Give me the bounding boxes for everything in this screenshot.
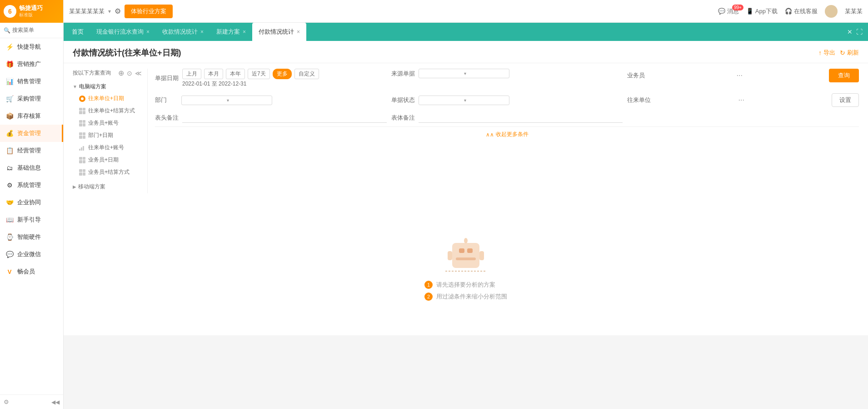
sidebar-header: 6 畅捷通巧 标准版 [0, 0, 63, 23]
tab-payment[interactable]: 付款情况统计 × [252, 23, 306, 41]
marketing-icon: 🎁 [5, 60, 14, 68]
sidebar-item-hardware[interactable]: ⌚ 智能硬件 [0, 228, 63, 246]
staff-dots[interactable]: ··· [734, 71, 744, 80]
topbar-gear-icon[interactable]: ⚙ [115, 7, 121, 15]
tab-new-scheme[interactable]: 新建方案 × [210, 23, 252, 41]
body-note-input[interactable] [419, 112, 623, 123]
system-icon: ⚙ [5, 181, 14, 189]
dept-select[interactable]: ▾ [181, 96, 272, 105]
scheme-mobile-label: 移动端方案 [78, 183, 105, 191]
svg-point-6 [464, 238, 468, 243]
scheme-collapse-icon[interactable]: ≪ [135, 70, 142, 77]
scheme-item-label: 业务员+日期 [88, 156, 119, 164]
search-label: 搜索菜单 [12, 26, 34, 34]
tab-receipt[interactable]: 收款情况统计 × [156, 23, 210, 41]
sidebar-item-basic[interactable]: 🗂 基础信息 [0, 159, 63, 177]
date-btn-this-month[interactable]: 本月 [204, 69, 223, 79]
sidebar-item-purchase[interactable]: 🛒 采购管理 [0, 90, 63, 107]
sidebar-item-guide[interactable]: 📖 新手引导 [0, 211, 63, 228]
tab-home[interactable]: 首页 [65, 23, 90, 41]
sidebar-item-label: 系统管理 [17, 181, 41, 189]
tab-payment-close-icon[interactable]: × [297, 29, 300, 35]
tab-receipt-label: 收款情况统计 [162, 28, 198, 36]
trial-button[interactable]: 体验行业方案 [125, 5, 173, 18]
sidebar-item-finance[interactable]: 💰 资金管理 [0, 125, 63, 142]
service-icon: 🎧 [785, 8, 792, 15]
sidebar-item-label: 销售管理 [17, 77, 41, 86]
scheme-item-label: 部门+日期 [88, 131, 113, 139]
sidebar-item-marketing[interactable]: 🎁 营销推广 [0, 56, 63, 73]
refresh-label: 刷新 [847, 49, 859, 57]
query-button[interactable]: 查询 [829, 69, 859, 82]
source-doc-select[interactable]: ▾ [419, 69, 509, 78]
scheme-settings-icon[interactable]: ⊙ [127, 70, 132, 77]
sidebar-item-ops[interactable]: 📋 经营管理 [0, 142, 63, 159]
hint-text-2: 用过滤条件来缩小分析范围 [436, 293, 507, 301]
sidebar-item-sales[interactable]: 📊 销售管理 [0, 73, 63, 90]
scheme-item-staff-account[interactable]: 业务员+账号 [76, 117, 142, 129]
source-doc-arrow-icon: ▾ [464, 71, 505, 76]
company-chevron-icon[interactable]: ▾ [108, 8, 111, 15]
sidebar-item-inventory[interactable]: 📦 库存核算 [0, 107, 63, 125]
app-download-button[interactable]: 📱 App下载 [746, 7, 778, 15]
scheme-item-dept-date[interactable]: 部门+日期 [76, 129, 142, 141]
date-btn-this-year[interactable]: 本年 [226, 69, 245, 79]
tab-maximize-icon[interactable]: ⛶ [856, 28, 863, 35]
tab-bank[interactable]: 现金银行流水查询 × [90, 23, 156, 41]
doc-status-select[interactable]: ▾ [419, 96, 509, 105]
export-button[interactable]: ↑ 导出 [818, 49, 835, 57]
scheme-desktop-group-title[interactable]: ▼ 电脑端方案 [73, 81, 142, 92]
unit-dots[interactable]: ··· [736, 96, 746, 104]
tab-new-scheme-close-icon[interactable]: × [243, 29, 246, 35]
message-button[interactable]: 💬 消息 99+ [718, 7, 739, 15]
tab-receipt-close-icon[interactable]: × [200, 29, 204, 35]
sidebar-item-member[interactable]: V 畅会员 [0, 263, 63, 280]
online-service-button[interactable]: 🎧 在线客服 [785, 7, 818, 15]
date-btn-custom[interactable]: 自定义 [294, 69, 319, 79]
filter-area: 按以下方案查询 ⊕ ⊙ ≪ ▼ 电脑端方案 [64, 63, 868, 199]
scheme-item-unit-account[interactable]: 往来单位+账号 [76, 141, 142, 154]
body-note-label: 表体备注 [391, 114, 415, 122]
user-avatar[interactable] [825, 5, 838, 18]
sidebar-footer: ⚙ ◀◀ [0, 394, 63, 409]
search-menu[interactable]: 🔍 搜索菜单 [0, 23, 63, 38]
sidebar-item-corp[interactable]: 🤝 企业协同 [0, 194, 63, 211]
date-btn-7days[interactable]: 近7天 [248, 69, 270, 79]
header-note-input[interactable] [182, 112, 387, 123]
scheme-item-staff-date[interactable]: 业务员+日期 [76, 154, 142, 166]
finance-icon: 💰 [5, 129, 14, 137]
member-icon: V [5, 268, 14, 276]
date-btn-more[interactable]: 更多 [273, 69, 292, 79]
settings-button[interactable]: 设置 [832, 93, 859, 107]
message-badge: 99+ [732, 5, 743, 10]
ops-icon: 📋 [5, 146, 14, 155]
scheme-list: 往来单位+日期 往来单位+结算方式 [73, 92, 142, 178]
tabbar-actions: ✕ ⛶ [847, 28, 866, 35]
scheme-item-unit-settle[interactable]: 往来单位+结算方式 [76, 105, 142, 117]
collapse-more-button[interactable]: ∧∧ 收起更多条件 [155, 126, 859, 142]
tab-close-all-icon[interactable]: ✕ [847, 28, 853, 35]
scheme-item-staff-settle[interactable]: 业务员+结算方式 [76, 166, 142, 178]
sidebar-item-wechat[interactable]: 💬 企业微信 [0, 246, 63, 263]
sidebar-item-quick-nav[interactable]: ⚡ 快捷导航 [0, 38, 63, 56]
date-label: 单据日期 [155, 74, 179, 82]
svg-rect-5 [479, 251, 484, 260]
sidebar-item-system[interactable]: ⚙ 系统管理 [0, 177, 63, 194]
date-btn-last-month[interactable]: 上月 [182, 69, 201, 79]
collapse-sidebar-icon[interactable]: ◀◀ [51, 399, 60, 405]
sidebar-item-label: 资金管理 [17, 129, 41, 137]
scheme-add-icon[interactable]: ⊕ [118, 69, 124, 77]
settings-icon[interactable]: ⚙ [4, 399, 9, 405]
scheme-bar-icon [79, 145, 85, 151]
tabbar: 首页 现金银行流水查询 × 收款情况统计 × 新建方案 × 付款情况统计 × ✕… [64, 23, 868, 41]
scheme-mobile-group[interactable]: ▶ 移动端方案 [73, 180, 142, 193]
refresh-button[interactable]: ↻ 刷新 [840, 49, 859, 57]
scheme-grid-icon [79, 120, 85, 126]
sidebar-item-label: 新手引导 [17, 216, 41, 224]
tab-bank-close-icon[interactable]: × [146, 29, 150, 35]
scheme-header-actions: ⊕ ⊙ ≪ [118, 69, 142, 77]
empty-hints: 1 请先选择要分析的方案 2 用过滤条件来缩小分析范围 [424, 281, 507, 301]
logo-text: 畅捷通巧 [19, 5, 43, 12]
scheme-item-unit-date[interactable]: 往来单位+日期 [76, 92, 142, 105]
scheme-grid-icon [79, 157, 85, 163]
